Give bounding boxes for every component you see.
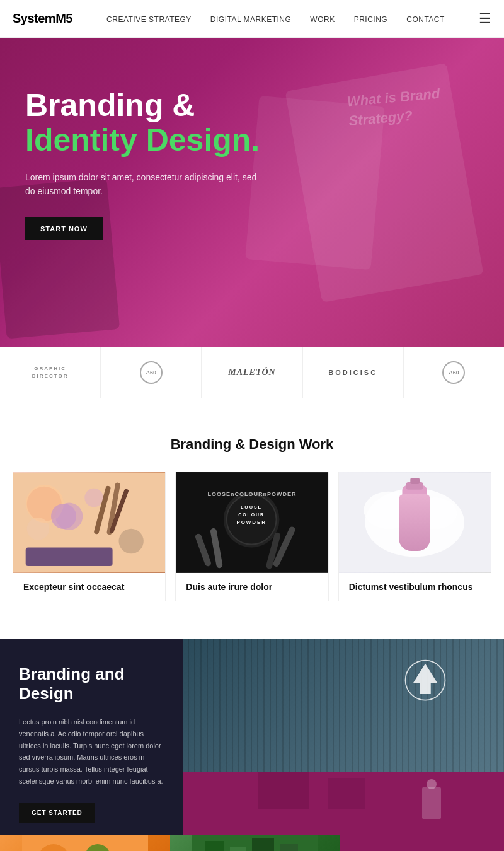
work-card-1-caption: Excepteur sint occaecat: [13, 573, 165, 601]
work-card-3-caption: Dictumst vestibulum rhoncus: [339, 573, 491, 601]
hero-title-line2: Identity Design.: [25, 123, 290, 158]
nav-item-digital[interactable]: DIGITAL MARKETING: [210, 13, 292, 25]
hero-subtitle: Lorem ipsum dolor sit amet, consectetur …: [25, 170, 265, 199]
work-card-1-image: [13, 472, 165, 573]
bottom-img-1-svg: [0, 835, 170, 851]
nav-link-pricing[interactable]: PRICING: [354, 15, 388, 24]
logo-bar-item-4: BODICISC: [303, 347, 404, 398]
hero-cta-button[interactable]: START NOW: [25, 217, 103, 240]
logo-5: A60: [442, 361, 465, 384]
bottom-right-text: Corporate Identity: [340, 835, 504, 851]
work-section-title: Branding & Design Work: [13, 436, 491, 453]
logo-bar-item-3: Maletón: [202, 347, 302, 398]
nav-link-contact[interactable]: CONTACT: [406, 15, 445, 24]
powder-svg: LOOSE COLOUR POWDER: [176, 472, 328, 573]
svg-point-4: [84, 489, 103, 507]
bottom-img-2-svg: [170, 835, 340, 851]
brand-logo[interactable]: SystemM5: [13, 11, 72, 26]
logo-bar-item-1: GRAPHICDIRECTOR: [0, 347, 101, 398]
svg-point-9: [118, 529, 143, 553]
feature-section: Branding and Design Lectus proin nibh ni…: [0, 639, 504, 835]
nav-item-contact[interactable]: CONTACT: [406, 13, 445, 25]
svg-text:VENUS: VENUS: [408, 513, 421, 517]
logo-2: A60: [140, 361, 163, 384]
svg-text:POWDER: POWDER: [237, 519, 266, 525]
svg-point-2: [55, 502, 83, 530]
feature-title: Branding and Design: [19, 664, 164, 703]
bottom-teaser: Corporate Identity: [0, 835, 504, 851]
work-section: Branding & Design Work Excepteur s: [0, 398, 504, 627]
lotion-svg: VENUS: [339, 472, 491, 573]
logo-1: GRAPHICDIRECTOR: [32, 365, 69, 380]
work-card-2-image: LOOSE COLOUR POWDER: [176, 472, 328, 573]
hero-section: What is BrandStrategy? Branding & Identi…: [0, 38, 504, 347]
svg-point-22: [364, 492, 413, 529]
svg-rect-40: [205, 841, 224, 851]
hero-content: Branding & Identity Design. Lorem ipsum …: [0, 38, 315, 265]
work-card-2-caption: Duis aute irure dolor: [176, 573, 328, 601]
bottom-image-2: [170, 835, 340, 851]
logo-bar-item-5: A60: [404, 347, 504, 398]
navbar: SystemM5 CREATIVE STRATEGY DIGITAL MARKE…: [0, 0, 504, 38]
logo-3: Maletón: [228, 368, 275, 378]
feature-cta-button[interactable]: GET STARTED: [19, 803, 95, 823]
svg-rect-35: [22, 835, 148, 851]
svg-point-23: [413, 498, 457, 529]
nav-links: CREATIVE STRATEGY DIGITAL MARKETING WORK…: [106, 13, 445, 25]
svg-point-3: [27, 518, 49, 540]
feature-left-panel: Branding and Design Lectus proin nibh ni…: [0, 639, 183, 835]
svg-text:LOOSE: LOOSE: [241, 505, 263, 509]
nav-item-creative[interactable]: CREATIVE STRATEGY: [106, 13, 192, 25]
svg-rect-32: [328, 778, 365, 809]
work-card-3[interactable]: VENUS Dictumst vestibulum rhoncus: [338, 472, 491, 601]
svg-text:COLOUR: COLOUR: [239, 512, 265, 517]
bottom-left-images: [0, 835, 340, 851]
nav-link-work[interactable]: WORK: [310, 15, 335, 24]
svg-rect-31: [258, 772, 309, 809]
svg-rect-42: [252, 838, 274, 851]
logo-bar: GRAPHICDIRECTOR A60 Maletón BODICISC A60: [0, 347, 504, 398]
hero-overlay-text: What is BrandStrategy?: [346, 84, 443, 131]
work-grid: Excepteur sint occaecat LOOSE COLOUR POW…: [13, 472, 491, 601]
feature-left-content: Branding and Design Lectus proin nibh ni…: [19, 664, 164, 787]
logo-4: BODICISC: [328, 369, 377, 376]
hamburger-icon[interactable]: ☰: [479, 11, 491, 27]
feature-body: Lectus proin nibh nisl condimentum id ve…: [19, 716, 164, 787]
svg-rect-43: [280, 844, 298, 851]
tree-svg: [403, 658, 447, 702]
nav-link-creative[interactable]: CREATIVE STRATEGY: [106, 15, 192, 24]
svg-marker-29: [413, 664, 438, 694]
work-card-1[interactable]: Excepteur sint occaecat: [13, 472, 166, 601]
feature-maroon-strip: [183, 772, 504, 835]
hero-title-line1: Branding &: [25, 88, 290, 123]
feature-logo: [403, 658, 454, 709]
svg-rect-41: [230, 847, 246, 851]
svg-rect-26: [410, 478, 420, 484]
nav-item-pricing[interactable]: PRICING: [354, 13, 388, 25]
bottom-image-1: [0, 835, 170, 851]
building-scene: [183, 772, 504, 835]
work-card-3-image: VENUS: [339, 472, 491, 573]
svg-rect-24: [402, 485, 427, 535]
makeup-svg: [13, 472, 165, 573]
nav-item-work[interactable]: WORK: [310, 13, 335, 25]
nav-link-digital[interactable]: DIGITAL MARKETING: [210, 15, 292, 24]
logo-bar-item-2: A60: [101, 347, 202, 398]
svg-rect-33: [422, 787, 441, 819]
svg-rect-8: [26, 547, 113, 566]
svg-point-1: [27, 487, 62, 521]
svg-point-34: [427, 779, 437, 789]
work-card-2[interactable]: LOOSE COLOUR POWDER Duis aute irure dolo…: [175, 472, 328, 601]
feature-right-panel: [183, 639, 504, 835]
